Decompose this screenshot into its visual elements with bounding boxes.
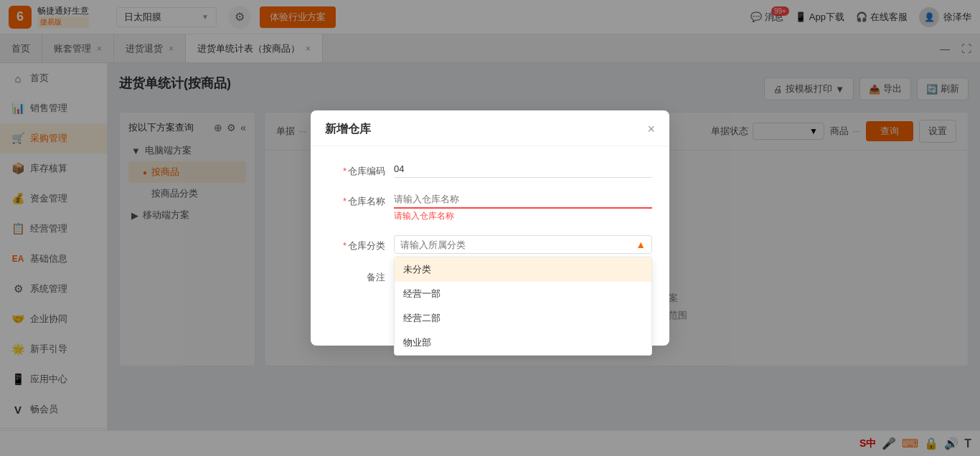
dropdown-item-dept2[interactable]: 经营二部 xyxy=(395,306,651,331)
name-error-msg: 请输入仓库名称 xyxy=(394,210,652,222)
modal-close-btn[interactable]: × xyxy=(647,122,655,137)
name-input-wrapper: 请输入仓库名称 xyxy=(394,191,652,222)
form-row-code: *仓库编码 xyxy=(328,161,652,178)
code-input-wrapper xyxy=(394,161,652,178)
category-chevron-up-icon: ▲ xyxy=(636,239,646,250)
warehouse-name-input[interactable] xyxy=(394,191,652,209)
category-input[interactable] xyxy=(400,239,636,250)
form-row-category: *仓库分类 ▲ 未分类 经营一部 经营二部 物业部 xyxy=(328,235,652,254)
code-label: *仓库编码 xyxy=(328,161,385,178)
category-input-wrapper: ▲ 未分类 经营一部 经营二部 物业部 xyxy=(394,235,652,254)
category-select-trigger[interactable]: ▲ xyxy=(394,235,652,254)
warehouse-code-input[interactable] xyxy=(394,161,652,178)
name-label: *仓库名称 xyxy=(328,191,385,208)
modal-body: *仓库编码 *仓库名称 请输入仓库名称 *仓库分类 xyxy=(311,146,669,304)
add-warehouse-modal: 新增仓库 × *仓库编码 *仓库名称 请输入仓库名称 xyxy=(311,110,669,346)
modal-overlay: 新增仓库 × *仓库编码 *仓库名称 请输入仓库名称 xyxy=(0,0,980,456)
dropdown-item-dept1[interactable]: 经营一部 xyxy=(395,282,651,306)
dropdown-item-uncategorized[interactable]: 未分类 xyxy=(395,257,651,282)
form-row-name: *仓库名称 请输入仓库名称 xyxy=(328,191,652,222)
modal-header: 新增仓库 × xyxy=(311,110,669,146)
dropdown-item-property[interactable]: 物业部 xyxy=(395,331,651,355)
modal-title: 新增仓库 xyxy=(325,122,371,137)
category-dropdown: 未分类 经营一部 经营二部 物业部 xyxy=(394,257,652,356)
category-label: *仓库分类 xyxy=(328,235,385,252)
note-label: 备注 xyxy=(328,267,385,284)
